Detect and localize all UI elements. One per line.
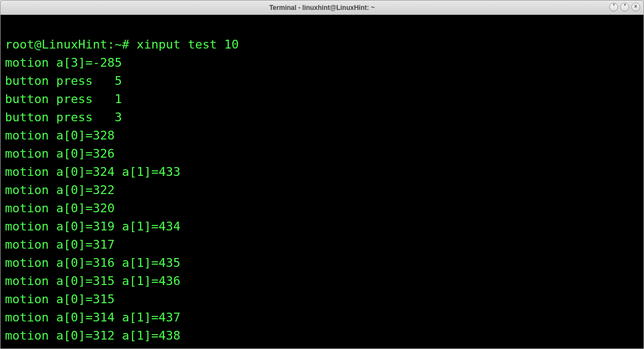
output-line: motion a[0]=324 a[1]=433 [5, 165, 180, 179]
output-line: button press 1 [5, 92, 122, 106]
prompt-line: root@LinuxHint:~# xinput test 10 [5, 37, 239, 51]
prompt: root@LinuxHint:~# [5, 37, 136, 51]
minimize-icon: ˅ [613, 4, 615, 9]
output-line: button press 3 [5, 110, 122, 124]
maximize-button[interactable]: ˄ [620, 3, 629, 12]
output-line: motion a[0]=320 [5, 201, 115, 215]
output-line: motion a[0]=315 [5, 292, 115, 306]
output-line: motion a[0]=322 [5, 183, 115, 197]
output-line: button press 5 [5, 74, 122, 88]
output-line: motion a[0]=317 [5, 238, 115, 251]
output-line: motion a[0]=328 [5, 128, 115, 142]
output-line: motion a[3]=-285 [5, 56, 122, 69]
output-line: motion a[0]=319 a[1]=434 [5, 219, 180, 233]
output-line: motion a[0]=315 a[1]=436 [5, 274, 180, 288]
window-title: Terminal - linuxhint@LinuxHint: ~ [269, 4, 375, 12]
minimize-button[interactable]: ˅ [609, 3, 618, 12]
close-button[interactable]: × [631, 3, 640, 12]
output-line: motion a[0]=314 a[1]=437 [5, 310, 180, 324]
titlebar[interactable]: Terminal - linuxhint@LinuxHint: ~ ˅ ˄ × [1, 1, 643, 15]
maximize-icon: ˄ [624, 4, 626, 9]
command: xinput test 10 [136, 37, 238, 51]
output-line: motion a[0]=306 a[1]=444 [5, 347, 180, 348]
window-controls: ˅ ˄ × [609, 3, 640, 12]
output-line: motion a[0]=326 [5, 147, 115, 160]
output-line: motion a[0]=312 a[1]=438 [5, 329, 180, 342]
terminal-output[interactable]: root@LinuxHint:~# xinput test 10 motion … [1, 15, 643, 348]
terminal-window: Terminal - linuxhint@LinuxHint: ~ ˅ ˄ × … [0, 0, 644, 349]
output-line: motion a[0]=316 a[1]=435 [5, 256, 180, 270]
close-icon: × [634, 4, 637, 9]
